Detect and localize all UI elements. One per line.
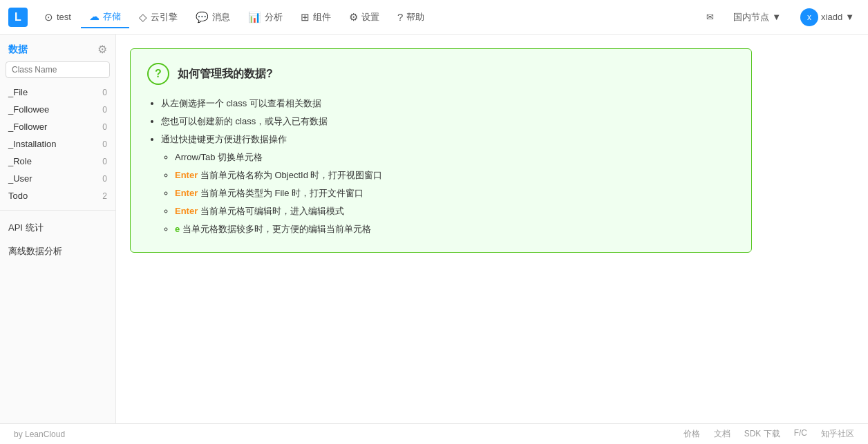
main-bullet-item: 通过快捷键更方便进行数据操作Arrow/Tab 切换单元格Enter 当前单元格… (161, 131, 735, 238)
test-icon: ⊙ (44, 11, 53, 23)
mail-button[interactable]: ✉ (701, 9, 719, 25)
region-selector[interactable]: 国内节点 ▼ (728, 8, 786, 26)
sub-bullet-item: Arrow/Tab 切换单元格 (175, 148, 735, 166)
info-box-header: ? 如何管理我的数据? (147, 63, 735, 85)
info-box: ? 如何管理我的数据? 从左侧选择一个 class 可以查看相关数据您也可以创建… (130, 48, 752, 253)
main-bullet-item: 从左侧选择一个 class 可以查看相关数据 (161, 95, 735, 113)
message-icon: 💬 (196, 11, 209, 23)
sidebar-class-item[interactable]: _File0 (0, 84, 115, 101)
footer-link[interactable]: 文档 (714, 428, 730, 440)
nav-item-cloud-engine[interactable]: ◇云引擎 (131, 7, 186, 28)
sub-bullet-item: e 当单元格数据较多时，更方便的编辑当前单元格 (175, 220, 735, 238)
brand-label: by LeanCloud (14, 429, 65, 439)
sidebar-class-item[interactable]: _Followee0 (0, 101, 115, 118)
chevron-down-icon: ▼ (772, 12, 781, 22)
footer-link[interactable]: SDK 下载 (744, 428, 780, 440)
sub-bullet-item: Enter 当前单元格名称为 ObjectId 时，打开视图窗口 (175, 166, 735, 184)
sub-bullet-item: Enter 当前单元格可编辑时，进入编辑模式 (175, 202, 735, 220)
main-bullet-item: 您也可以创建新的 class，或导入已有数据 (161, 113, 735, 131)
sidebar-header: 数据 ⚙ (0, 43, 115, 61)
cloud-engine-icon: ◇ (139, 11, 147, 23)
main-layout: 数据 ⚙ _File0_Followee0_Follower0_Installa… (0, 35, 868, 423)
user-menu[interactable]: x xiadd ▼ (795, 6, 860, 29)
nav-item-help[interactable]: ?帮助 (389, 7, 433, 28)
class-search-input[interactable] (6, 61, 110, 78)
app-logo: L (8, 8, 28, 27)
sidebar-class-item[interactable]: _Role0 (0, 153, 115, 170)
info-bullet-list: 从左侧选择一个 class 可以查看相关数据您也可以创建新的 class，或导入… (147, 95, 735, 238)
sidebar-divider (0, 210, 115, 211)
avatar: x (800, 8, 818, 26)
sidebar-section-offline-analysis[interactable]: 离线数据分析 (0, 240, 115, 263)
help-icon: ? (397, 11, 403, 23)
nav-item-settings[interactable]: ⚙设置 (341, 7, 388, 28)
gear-icon[interactable]: ⚙ (97, 43, 107, 56)
nav-right: ✉ 国内节点 ▼ x xiadd ▼ (701, 6, 860, 29)
sidebar: 数据 ⚙ _File0_Followee0_Follower0_Installa… (0, 35, 116, 423)
info-box-title: 如何管理我的数据? (178, 67, 273, 81)
footer-link[interactable]: 知乎社区 (821, 428, 854, 440)
sidebar-class-item[interactable]: Todo2 (0, 187, 115, 204)
top-nav: L ⊙test☁存储◇云引擎💬消息📊分析⊞组件⚙设置?帮助 ✉ 国内节点 ▼ x… (0, 0, 868, 35)
storage-icon: ☁ (89, 10, 100, 23)
sidebar-class-item[interactable]: _Follower0 (0, 118, 115, 135)
main-content: ? 如何管理我的数据? 从左侧选择一个 class 可以查看相关数据您也可以创建… (116, 35, 868, 423)
footer-link[interactable]: 价格 (683, 428, 700, 440)
nav-item-components[interactable]: ⊞组件 (292, 7, 339, 28)
nav-item-message[interactable]: 💬消息 (187, 7, 238, 28)
chevron-down-icon: ▼ (845, 12, 854, 22)
footer-links: 价格文档SDK 下载F/C知乎社区 (683, 428, 854, 440)
sidebar-section-api-stats[interactable]: API 统计 (0, 216, 115, 240)
analytics-icon: 📊 (248, 11, 261, 23)
footer: by LeanCloud 价格文档SDK 下载F/C知乎社区 (0, 423, 868, 444)
sidebar-class-item[interactable]: _Installation0 (0, 135, 115, 153)
nav-item-storage[interactable]: ☁存储 (81, 6, 129, 28)
settings-icon: ⚙ (349, 11, 358, 23)
question-icon: ? (147, 63, 169, 85)
sub-bullet-item: Enter 当前单元格类型为 File 时，打开文件窗口 (175, 184, 735, 202)
nav-item-test[interactable]: ⊙test (36, 7, 79, 28)
nav-item-analytics[interactable]: 📊分析 (240, 7, 291, 28)
sidebar-title: 数据 (8, 44, 28, 56)
mail-icon: ✉ (706, 12, 714, 22)
sidebar-class-item[interactable]: _User0 (0, 170, 115, 187)
components-icon: ⊞ (301, 11, 310, 23)
footer-link[interactable]: F/C (794, 428, 807, 440)
